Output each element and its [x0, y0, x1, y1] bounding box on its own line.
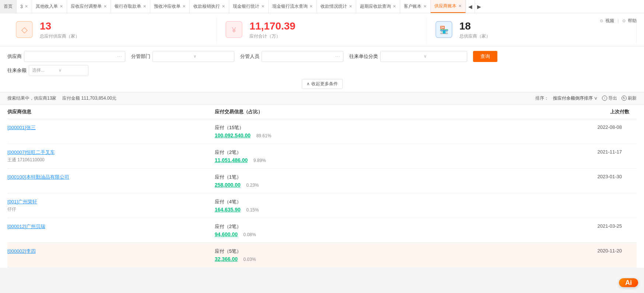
col-header-payment: 应付交易信息（占比） [215, 108, 463, 115]
nav-tab-adjust-close[interactable]: ✕ [104, 4, 107, 9]
svg-text:◇: ◇ [21, 25, 28, 34]
nav-tab-3[interactable]: 3 ✕ [17, 0, 32, 13]
stat-number-payable-suppliers: 13 [40, 20, 80, 32]
balance-select[interactable]: 选择... ∨ [29, 65, 88, 76]
nav-tab-collectstat-close[interactable]: ✕ [349, 4, 352, 9]
supplier-input-wrap[interactable]: ··· [24, 51, 125, 62]
search-field-supplier: 供应商 ··· [7, 51, 125, 62]
person-input[interactable] [265, 54, 335, 59]
category-chevron-down-icon: ∨ [424, 54, 464, 59]
nav-tab-cashstat-close[interactable]: ✕ [261, 4, 265, 9]
export-button[interactable]: ↑ 导出 [602, 95, 617, 101]
supplier-input[interactable] [27, 54, 117, 59]
nav-tab-cashstat[interactable]: 现金银行统计 ✕ [229, 0, 269, 13]
nav-tab-income-close[interactable]: ✕ [60, 4, 63, 9]
video-link[interactable]: 视频 [605, 18, 614, 23]
table-row: [000002]李四 应付（5笔） 32,366.00 0.03% 2020-1… [7, 243, 637, 268]
nav-tab-adjust[interactable]: 应收应付调整单 ✕ [67, 0, 111, 13]
nav-tab-collectstat[interactable]: 收款情况统计 ✕ [317, 0, 356, 13]
payment-info-col: 应付（5笔） 32,366.00 0.03% [215, 248, 463, 262]
last-pay-col: 2020-11-20 [463, 248, 637, 254]
link-divider: | [617, 18, 620, 23]
nav-tab-cashflow-close[interactable]: ✕ [309, 4, 313, 9]
result-summary: 搜索结果中，供应商13家 [7, 95, 56, 101]
pay-amount[interactable]: 258,000.00 [215, 182, 241, 188]
nav-tab-supplier-label: 供应商账本 [434, 3, 456, 9]
dept-label: 分管部门 [131, 53, 150, 60]
nav-tab-bank-close[interactable]: ✕ [143, 4, 146, 9]
refresh-button[interactable]: ↻ 刷新 [622, 95, 637, 101]
person-dots-icon[interactable]: ··· [335, 53, 340, 60]
supplier-contact: 仔仔 [7, 206, 215, 213]
supplier-dots-icon[interactable]: ··· [117, 53, 122, 60]
supplier-name-link[interactable]: [000100]本特勤油品有限公司 [7, 174, 215, 180]
result-bar: 搜索结果中，供应商13家 应付金额 111,703,854.00元 排序： 按应… [0, 92, 644, 105]
pay-percent: 0.03% [244, 257, 256, 262]
pay-amount-row: 258,000.00 0.23% [215, 182, 463, 188]
query-button[interactable]: 查询 [473, 51, 497, 62]
result-actions: 排序： 按应付余额倒序排序 ∨ ↑ 导出 ↻ 刷新 [535, 95, 637, 101]
supplier-name-link[interactable]: [000001]张三 [7, 124, 215, 131]
nav-tab-collect[interactable]: 收款核销执行 ✕ [190, 0, 229, 13]
pay-amount-row: 100,092,540.00 89.61% [215, 132, 463, 138]
help-link[interactable]: 帮助 [628, 18, 637, 23]
search-field-person: 分管人员 ··· [240, 51, 343, 62]
last-pay-date: 2023-01-30 [598, 174, 630, 179]
last-pay-date: 2022-08-08 [598, 124, 630, 130]
nav-tab-supplier-close[interactable]: ✕ [458, 4, 462, 8]
nav-tab-income[interactable]: 其他收入单 ✕ [32, 0, 67, 13]
stat-text-payable-suppliers: 13 总应付供应商（家） [40, 20, 80, 39]
collapse-up-icon: ∧ [307, 81, 310, 86]
sort-chevron-down-icon: ∨ [594, 96, 598, 101]
sort-value[interactable]: 按应付余额倒序排序 ∨ [553, 95, 598, 101]
nav-next-arrow[interactable]: ▶ [475, 0, 483, 13]
nav-tab-bank-label: 银行存取款单 [115, 3, 141, 10]
supplier-info-col: [000100]本特勤油品有限公司 [7, 174, 215, 180]
nav-tab-3-label: 3 [20, 4, 23, 9]
dept-select[interactable]: ∨ [153, 51, 234, 62]
nav-tab-collect-close[interactable]: ✕ [222, 4, 225, 9]
nav-tab-prepay-label: 预收冲应收单 [154, 3, 181, 10]
payment-info: 应付（2笔） 94,600.00 0.08% [215, 223, 463, 237]
collapse-button[interactable]: ∧ 收起更多条件 [302, 79, 343, 89]
last-pay-date: 2021-11-17 [598, 149, 630, 155]
category-select[interactable]: ∨ [380, 51, 467, 62]
person-input-wrap[interactable]: ··· [262, 51, 343, 62]
nav-tab-overdue[interactable]: 超期应收款查询 ✕ [356, 0, 400, 13]
nav-tab-prepay-close[interactable]: ✕ [182, 4, 186, 9]
pay-amount[interactable]: 100,092,540.00 [215, 132, 251, 138]
pay-amount[interactable]: 94,600.00 [215, 231, 238, 237]
last-pay-col: 2021-11-17 [463, 149, 637, 155]
pay-label: 应付（1笔） [215, 174, 463, 180]
last-pay-date: 2021-03-25 [598, 223, 630, 229]
nav-tab-overdue-label: 超期应收款查询 [360, 3, 391, 10]
supplier-name-link[interactable]: [000007]恒旺二手叉车 [7, 149, 215, 156]
nav-tab-bank[interactable]: 银行存取款单 ✕ [111, 0, 150, 13]
nav-tab-customer[interactable]: 客户账本 ✕ [400, 0, 431, 13]
supplier-label: 供应商 [7, 53, 22, 60]
supplier-info-col: [000007]恒旺二手叉车 王通 17106110000 [7, 149, 215, 163]
col-header-lastpay: 上次付数 [463, 108, 637, 115]
nav-tab-3-close[interactable]: ✕ [25, 4, 28, 9]
nav-bar: 首页 3 ✕ 其他收入单 ✕ 应收应付调整单 ✕ 银行存取款单 ✕ 预收冲应收单… [0, 0, 644, 13]
nav-tab-cashflow-label: 现金银行流水查询 [272, 3, 308, 10]
nav-tab-supplier[interactable]: 供应商账本 ✕ [431, 0, 466, 13]
nav-tab-prepay[interactable]: 预收冲应收单 ✕ [150, 0, 190, 13]
pay-percent: 0.23% [246, 183, 259, 188]
supplier-name-link[interactable]: [001]广州荣轩 [7, 199, 215, 205]
nav-prev-arrow[interactable]: ◀ [466, 0, 475, 13]
pay-amount[interactable]: 32,366.00 [215, 256, 238, 262]
nav-tab-home[interactable]: 首页 [0, 0, 17, 13]
payment-info-col: 应付（15笔） 100,092,540.00 89.61% [215, 124, 463, 138]
supplier-contact: 王通 17106110000 [7, 157, 215, 163]
supplier-name-link[interactable]: [000002]李四 [7, 248, 215, 255]
svg-text:🏪: 🏪 [439, 25, 448, 34]
pay-amount[interactable]: 164,635.90 [215, 207, 241, 213]
nav-tab-overdue-close[interactable]: ✕ [393, 4, 396, 9]
nav-tab-cashflow[interactable]: 现金银行流水查询 ✕ [269, 0, 317, 13]
pay-amount[interactable]: 11,051,486.00 [215, 157, 248, 163]
stats-bar: ◇ 13 总应付供应商（家） ¥ 11,170.39 应付合计（万） 🏪 [0, 13, 644, 46]
supplier-name-link[interactable]: [000012]广州贝瑞 [7, 223, 215, 230]
payment-info: 应付（2笔） 11,051,486.00 9.89% [215, 149, 463, 163]
nav-tab-customer-close[interactable]: ✕ [423, 4, 427, 9]
